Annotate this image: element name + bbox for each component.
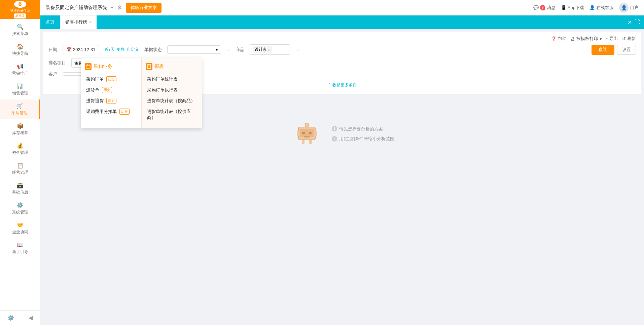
svg-point-2	[302, 132, 305, 134]
sales-icon: 📊	[17, 83, 24, 89]
step1-num: 1	[332, 126, 337, 131]
sidebar-item-sales[interactable]: 📊 销售管理	[0, 80, 40, 99]
status-label: 单据状态	[144, 47, 162, 53]
system-icon: ⚙️	[17, 202, 24, 208]
purchase-icon-svg	[86, 64, 91, 69]
toolbar-row: ❓ 帮助 🖨 按模板打印 ▾ ↑ 导出 ↺	[48, 36, 636, 42]
dropdown-item-inbound-goods[interactable]: 进货单统计表（按商品）	[146, 95, 198, 106]
dropdown-report-col: 报表 采购订单统计表 采购订单执行表 进货单统计表（按商品） 进货单统计表（按供	[141, 58, 202, 128]
goods-filter[interactable]: 设计素 ×	[250, 44, 290, 55]
sidebar-nav: 🔍 搜索菜单 🏠 快捷导航 📢 营销推广 📊 销售管理 🛒 采购管理 📦	[0, 19, 40, 310]
tab-close-all-icon[interactable]: ✕	[628, 19, 632, 26]
marketing-icon: 📢	[17, 63, 24, 70]
sidebar-item-system[interactable]: ⚙️ 系统管理	[0, 199, 40, 218]
sidebar-bottom: ⚙️ ◀	[0, 310, 40, 325]
sidebar-item-finance[interactable]: 💰 资金管理	[0, 139, 40, 159]
topbar-app-download[interactable]: 📱 App下载	[561, 5, 584, 11]
setting-button[interactable]: 设置	[617, 45, 636, 55]
sidebar-item-guide[interactable]: 📖 新手引导	[0, 238, 40, 258]
purchase-order-hist[interactable]: 历史	[106, 76, 116, 82]
inbound-hist[interactable]: 历史	[102, 87, 112, 93]
message-label: 消息	[547, 5, 556, 11]
sidebar-collapse-icon[interactable]: ◀	[29, 315, 33, 321]
service-icon: 👤	[589, 5, 595, 10]
dropdown-item-inbound-supplier[interactable]: 进货单统计表（按供应商）	[146, 106, 198, 123]
dropdown-item-inbound[interactable]: 进货单 历史	[85, 85, 137, 95]
service-label: 在线客服	[596, 5, 614, 11]
logo-icon: 6	[14, 1, 26, 8]
help-button[interactable]: ❓ 帮助	[551, 36, 567, 42]
main-area: 装备及固定资产辅助管理系统 ▾ ⚙ 体验行业方案 💬 9 消息 📱 App下载 …	[40, 0, 644, 325]
step2-text: 用[过滤]条件来缩小分析范围	[339, 135, 394, 143]
dropdown-item-purchase-order[interactable]: 采购订单 历史	[85, 74, 137, 85]
empty-state-content: 1 请先选择要分析的方案 2 用[过滤]条件来缩小分析范围	[290, 117, 394, 151]
tab-sales-ranking[interactable]: 销售排行榜 ×	[60, 15, 97, 29]
sidebar-item-quicknav[interactable]: 🏠 快捷导航	[0, 40, 40, 60]
step2-num: 2	[332, 136, 337, 141]
inbound-label: 进货单	[86, 87, 99, 93]
tab-home[interactable]: 首页	[40, 15, 60, 29]
topbar-user[interactable]: 👤 用户	[619, 3, 639, 12]
sidebar: 6 畅捷通好生意 标准版 🔍 搜索菜单 🏠 快捷导航 📢 营销推广 📊 销售管理	[0, 0, 40, 325]
inbound-supplier-label: 进货单统计表（按供应商）	[147, 109, 197, 121]
customer-label: 客户	[48, 71, 57, 77]
goods-tag: 设计素 ×	[253, 46, 272, 53]
date-link-custom[interactable]: 自定义	[127, 47, 139, 52]
query-button[interactable]: 查询	[592, 45, 614, 55]
topbar-online-service[interactable]: 👤 在线客服	[589, 5, 614, 11]
robot-svg	[290, 117, 324, 151]
date-link-more[interactable]: 更多	[117, 47, 125, 52]
search-nav-icon: 🔍	[17, 24, 24, 30]
sidebar-item-inventory-label: 库存核算	[12, 130, 28, 136]
refresh-button[interactable]: ↺ 刷新	[622, 36, 636, 42]
refresh-label: 刷新	[627, 36, 636, 42]
status-dots[interactable]: ...	[226, 47, 230, 52]
dropdown-item-return[interactable]: 进货退货 历史	[85, 95, 137, 106]
order-exec-label: 采购订单执行表	[147, 87, 178, 93]
filter-row-1: 日期 📅 2024-12-31 近7天 更多 自定义 单据状态 ▾	[48, 44, 636, 55]
return-hist[interactable]: 历史	[106, 98, 116, 104]
print-arrow: ▾	[600, 36, 602, 41]
sidebar-item-inventory[interactable]: 📦 库存核算	[0, 119, 40, 139]
content-area: ❓ 帮助 🖨 按模板打印 ▾ ↑ 导出 ↺	[40, 29, 644, 325]
print-icon: 🖨	[571, 36, 575, 41]
dropdown-report-header: 报表	[146, 63, 198, 70]
sidebar-item-operations[interactable]: 📋 经营管理	[0, 159, 40, 179]
sidebar-logo: 6 畅捷通好生意 标准版	[0, 0, 40, 19]
phone-icon: 📱	[561, 5, 566, 10]
dropdown-item-order-stats[interactable]: 采购订单统计表	[146, 74, 198, 85]
tab-expand-icon[interactable]: ⛶	[635, 19, 640, 25]
logo-badge: 标准版	[14, 13, 26, 18]
sidebar-item-marketing[interactable]: 📢 营销推广	[0, 60, 40, 80]
dropdown-inner: 采购业务 采购订单 历史 进货单 历史 进货退货 历史	[81, 58, 202, 128]
dropdown-item-expense[interactable]: 采购费用分摊单 历史	[85, 106, 137, 117]
empty-illustration	[290, 117, 324, 151]
print-button[interactable]: 🖨 按模板打印 ▾	[571, 36, 602, 42]
topbar-gear-icon[interactable]: ⚙	[117, 4, 122, 11]
sidebar-item-enterprise[interactable]: 🤝 企业协同	[0, 218, 40, 238]
sidebar-item-marketing-label: 营销推广	[12, 71, 28, 76]
sidebar-item-basic[interactable]: 🗃️ 基础信息	[0, 179, 40, 199]
expense-hist[interactable]: 历史	[119, 109, 130, 115]
inventory-icon: 📦	[17, 123, 24, 129]
user-avatar-icon: 👤	[621, 5, 627, 10]
purchase-dropdown-menu: 采购业务 采购订单 历史 进货单 历史 进货退货 历史	[81, 58, 202, 128]
date-range-input[interactable]: 📅 2024-12-31	[63, 45, 99, 54]
tab-close-icon[interactable]: ×	[89, 20, 91, 24]
topbar-message[interactable]: 💬 9 消息	[533, 5, 556, 11]
sidebar-item-search[interactable]: 🔍 搜索菜单	[0, 20, 40, 40]
topbar-dropdown-arrow[interactable]: ▾	[111, 5, 113, 10]
step1-text: 请先选择要分析的方案	[339, 125, 383, 133]
date-link-7days[interactable]: 近7天	[105, 47, 115, 52]
goods-tag-remove[interactable]: ×	[268, 47, 270, 52]
dropdown-item-order-exec[interactable]: 采购订单执行表	[146, 85, 198, 95]
industry-solution-button[interactable]: 体验行业方案	[126, 3, 162, 13]
report-icon-svg	[147, 64, 151, 69]
export-button[interactable]: ↑ 导出	[606, 36, 618, 42]
message-icon: 💬	[533, 5, 539, 10]
sidebar-settings-icon[interactable]: ⚙️	[7, 315, 14, 321]
sidebar-item-purchase[interactable]: 🛒 采购管理	[0, 99, 40, 119]
goods-dots[interactable]: ...	[295, 47, 299, 52]
status-filter[interactable]: ▾	[167, 45, 221, 54]
export-icon: ↑	[606, 36, 608, 41]
